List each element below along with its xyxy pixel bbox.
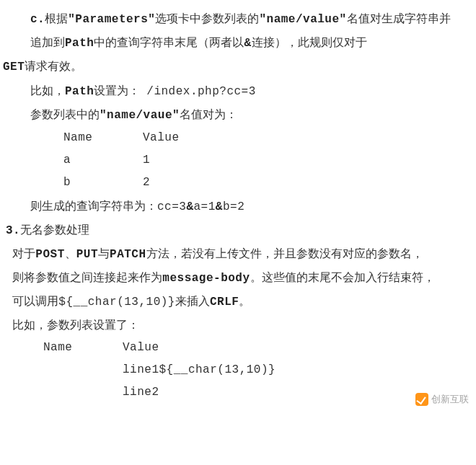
col-name: Name <box>43 337 123 359</box>
table-row: a1 <box>63 149 473 172</box>
sep: 、 <box>65 247 76 260</box>
prefix-c: c. <box>30 13 45 26</box>
text: 名值对生成字符串并 <box>347 12 451 25</box>
table-header: NameValue <box>43 337 473 359</box>
cell-value: line1${__char(13,10)} <box>123 359 276 381</box>
table-row: line2 <box>43 381 473 404</box>
text: 根据 <box>45 12 68 25</box>
fn-char: ${__char(13,10)} <box>58 296 175 309</box>
cell-value: line2 <box>123 381 159 404</box>
text: 中的查询字符串末尾（两者以 <box>94 36 244 48</box>
amp: & <box>244 37 251 50</box>
text: 则将参数值之间连接起来作为 <box>12 271 162 283</box>
text: 比如，参数列表设置了： <box>12 319 139 331</box>
method-patch: PATCH <box>110 248 146 261</box>
quote-namevalue2: "name/vaue" <box>100 109 180 122</box>
text: 请求有效。 <box>25 60 82 72</box>
text: 追加到 <box>30 36 65 48</box>
method-post: POST <box>35 248 64 261</box>
text: 选项卡中参数列表的 <box>155 12 259 25</box>
col-name: Name <box>63 127 143 149</box>
para-c: c.根据"Parameters"选项卡中参数列表的"name/value"名值对… <box>3 7 473 31</box>
para-crlf: 可以调用${__char(13,10)}来插入CRLF。 <box>3 290 473 314</box>
cell-name: b <box>63 172 143 194</box>
text: 。这些值的末尾不会加入行结束符， <box>250 271 435 283</box>
text: 连接），此规则仅对于 <box>252 36 367 48</box>
quote-namevalue: "name/value" <box>259 13 346 26</box>
col-value: Value <box>123 337 159 359</box>
table-row: line1${__char(13,10)} <box>43 359 473 381</box>
quote-parameters: "Parameters" <box>68 13 155 26</box>
seg-cc: cc=3 <box>157 200 186 213</box>
watermark: 创新互联 <box>415 390 469 408</box>
amp: & <box>186 200 193 213</box>
cell-value: 1 <box>143 149 150 172</box>
text: 无名参数处理 <box>20 223 89 236</box>
prefix-3: 3. <box>6 224 20 237</box>
path-kw: Path <box>65 37 94 50</box>
text: 名值对为： <box>180 108 237 120</box>
text: 则生成的查询字符串为： <box>30 200 157 212</box>
cell-value: 2 <box>143 172 150 194</box>
method-put: PUT <box>76 248 98 261</box>
sep: 与 <box>98 247 110 260</box>
message-body-kw: message-body <box>162 272 250 285</box>
para-append: 追加到Path中的查询字符串末尾（两者以&连接），此规则仅对于 GET请求有效。 <box>3 31 473 79</box>
heading-3: 3.无名参数处理 <box>3 218 473 242</box>
logo-icon <box>415 393 428 406</box>
para-example2: 比如，参数列表设置了： <box>3 314 473 336</box>
table-header: NameValue <box>63 127 473 149</box>
param-table-2: NameValue line1${__char(13,10)} line2 <box>3 337 473 404</box>
text: 方法，若没有上传文件，并且参数没有对应的参数名， <box>146 247 423 260</box>
text: 设置为： <box>94 84 140 97</box>
param-table-1: NameValue a1 b2 <box>3 127 473 195</box>
text: 来插入 <box>175 295 210 307</box>
text: 参数列表中的 <box>30 108 100 120</box>
get-kw: GET <box>3 61 25 74</box>
path-code: /index.php?cc=3 <box>146 85 256 98</box>
para-paramlist: 参数列表中的"name/vaue"名值对为： <box>3 103 473 127</box>
watermark-text: 创新互联 <box>431 390 469 408</box>
para-messagebody: 则将参数值之间连接起来作为message-body。这些值的末尾不会加入行结束符… <box>3 266 473 290</box>
path-kw: Path <box>65 85 94 98</box>
table-row: b2 <box>63 172 473 194</box>
seg-b: b=2 <box>223 200 244 213</box>
seg-a: a=1 <box>194 200 216 213</box>
para-methods: 对于POST、PUT与PATCH方法，若没有上传文件，并且参数没有对应的参数名， <box>3 242 473 266</box>
cell-name: a <box>63 149 143 172</box>
text: 对于 <box>12 247 35 260</box>
col-value: Value <box>143 127 180 149</box>
crlf-kw: CRLF <box>210 296 239 309</box>
para-example-path: 比如，Path设置为： /index.php?cc=3 <box>3 79 473 103</box>
para-result: 则生成的查询字符串为：cc=3&a=1&b=2 <box>3 195 473 218</box>
text: 比如， <box>30 84 65 97</box>
amp: & <box>216 200 223 213</box>
text: 。 <box>239 295 250 307</box>
text: 可以调用 <box>12 295 58 307</box>
